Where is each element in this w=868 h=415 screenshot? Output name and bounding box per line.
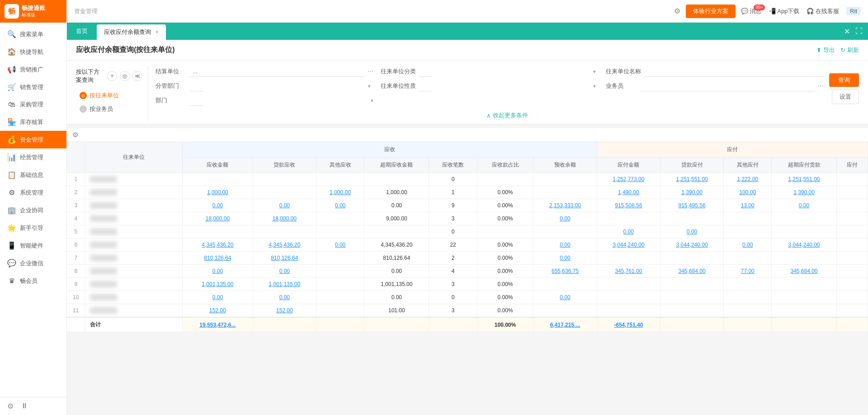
table-cell[interactable]: 152.00	[253, 304, 316, 318]
settlement-dots-icon[interactable]: ···	[368, 67, 373, 76]
table-cell[interactable]: 4,345,436.20	[253, 239, 316, 252]
filter-settings-icon[interactable]: ◎	[120, 71, 130, 81]
tab-close-icon[interactable]: ×	[156, 29, 159, 35]
table-cell[interactable]: 810,126.64	[183, 252, 253, 265]
table-cell[interactable]: 0.00	[253, 291, 316, 304]
sidebar-item-wechat[interactable]: 💬 企业微信	[0, 254, 66, 272]
table-cell[interactable]: 3,044,240.00	[597, 239, 660, 252]
table-cell[interactable]: 1,390.00	[660, 186, 723, 199]
table-cell[interactable]: 1,251,551.00	[660, 173, 723, 186]
table-cell[interactable]: 810,126.64	[253, 252, 316, 265]
table-gear-icon[interactable]: ⚙	[72, 131, 78, 139]
tab-home[interactable]: 首页	[67, 23, 97, 40]
table-cell[interactable]: 0.00	[533, 291, 597, 304]
table-cell[interactable]: 345,761.00	[597, 265, 660, 278]
sidebar-item-marketing[interactable]: 📢 营销推广	[0, 61, 66, 78]
table-cell[interactable]: 0.00	[183, 291, 253, 304]
topbar-gear-icon[interactable]: ⚙	[674, 7, 680, 15]
refresh-button[interactable]: ↻ 刷新	[840, 46, 859, 54]
export-button[interactable]: ⬆ 导出	[816, 46, 835, 54]
table-cell	[597, 304, 660, 318]
table-cell[interactable]: 18,000.00	[183, 212, 253, 225]
sidebar-item-operations[interactable]: 📊 经营管理	[0, 148, 66, 166]
table-cell[interactable]: 0.00	[724, 239, 772, 252]
table-cell[interactable]: 0.00	[772, 199, 836, 212]
sidebar-item-hardware[interactable]: 📱 智能硬件	[0, 237, 66, 254]
sidebar-item-search[interactable]: 🔍 搜索菜单	[0, 25, 66, 43]
table-cell[interactable]: 13.00	[724, 199, 772, 212]
collapse-button[interactable]: ∧ 收起更多条件	[156, 110, 859, 121]
table-cell[interactable]: 1,252,773.00	[597, 173, 660, 186]
table-cell[interactable]: 4,345,436.20	[183, 239, 253, 252]
user-name[interactable]: Rit	[846, 7, 861, 15]
table-cell[interactable]: 1,390.00	[772, 186, 836, 199]
add-filter-button[interactable]: +	[107, 71, 117, 81]
filter-option-by-partner[interactable]: ⊙ 按往来单位	[76, 89, 142, 102]
tab-receivable[interactable]: 应收应付余额查询 ×	[97, 24, 166, 40]
partner-nature-select[interactable]	[419, 81, 432, 91]
table-cell[interactable]: 3,044,240.00	[660, 239, 723, 252]
salesman-dots-icon[interactable]: ···	[818, 82, 824, 90]
table-cell[interactable]: 1,222.00	[724, 173, 772, 186]
setting-button[interactable]: 设置	[832, 90, 859, 104]
tabbar-close-icon[interactable]: ✕	[844, 27, 850, 36]
table-cell[interactable]: 0.00	[660, 225, 723, 239]
partner-category-select[interactable]	[419, 66, 432, 77]
table-cell[interactable]: 100.00	[724, 186, 772, 199]
sidebar-item-base[interactable]: 📋 基础信息	[0, 166, 66, 184]
sidebar-label-guide: 新手引导	[20, 224, 43, 232]
table-cell[interactable]: 3,044,240.00	[772, 239, 836, 252]
sidebar-item-inventory[interactable]: 🏪 库存核算	[0, 113, 66, 131]
table-cell[interactable]: 1,001,135.00	[183, 278, 253, 291]
table-cell[interactable]: 0.00	[183, 199, 253, 212]
table-cell[interactable]: 1,000.00	[183, 186, 253, 199]
table-cell[interactable]: 0.00	[533, 252, 597, 265]
sidebar-item-guide[interactable]: 🌟 新手引导	[0, 219, 66, 237]
table-cell[interactable]: 915,495.56	[660, 199, 723, 212]
table-cell[interactable]: 1,490.00	[597, 186, 660, 199]
sidebar-item-member[interactable]: ♛ 畅会员	[0, 272, 66, 290]
table-cell[interactable]: 1,001,135.00	[253, 278, 316, 291]
industry-solution-button[interactable]: 体验行业方案	[686, 5, 736, 18]
table-cell[interactable]: 0.00	[253, 265, 316, 278]
table-cell	[597, 291, 660, 304]
table-cell[interactable]: 0.00	[253, 199, 316, 212]
filter-option-by-salesman[interactable]: ○ 按业务员	[76, 102, 142, 116]
sidebar-item-sales[interactable]: 🛒 销售管理	[0, 78, 66, 96]
tabbar-expand-icon[interactable]: ⛶	[855, 27, 863, 35]
sidebar-item-fund[interactable]: 💰 资金管理	[0, 131, 66, 148]
table-cell[interactable]: 0.00	[533, 239, 597, 252]
table-cell[interactable]: 0.00	[597, 225, 660, 239]
table-cell[interactable]: 345,684.00	[660, 265, 723, 278]
partner-name-input[interactable]	[644, 66, 824, 77]
table-cell[interactable]: 1,251,551.00	[772, 173, 836, 186]
sidebar-item-system[interactable]: ⚙ 系统管理	[0, 184, 66, 201]
app-download[interactable]: 📲 App下载	[769, 7, 799, 15]
table-cell[interactable]: 77.00	[724, 265, 772, 278]
settlement-input[interactable]	[190, 66, 365, 77]
table-cell[interactable]: 2,153,333.00	[533, 199, 597, 212]
table-cell[interactable]: 345,684.00	[772, 265, 836, 278]
th-group-yingshou: 应收	[183, 142, 597, 157]
table-cell[interactable]: 0.00	[316, 239, 364, 252]
table-cell[interactable]: 1,000.00	[316, 186, 364, 199]
table-cell[interactable]: 152.00	[183, 304, 253, 318]
dept-select[interactable]	[190, 95, 203, 106]
table-cell[interactable]: 0.00	[183, 265, 253, 278]
table-cell[interactable]: 0.00	[316, 199, 364, 212]
query-button[interactable]: 查询	[829, 73, 859, 87]
messages-wrap[interactable]: 💬 消息 99+	[741, 7, 762, 15]
settings-bottom-icon[interactable]: ⚙	[7, 402, 14, 410]
salesman-input[interactable]	[640, 81, 815, 91]
online-service[interactable]: 🎧 在线客服	[807, 7, 839, 15]
sidebar-item-quick[interactable]: 🏠 快捷导航	[0, 43, 66, 61]
table-cell[interactable]: 655,636.75	[533, 265, 597, 278]
pause-bottom-icon[interactable]: ⏸	[21, 402, 28, 410]
table-cell[interactable]: 18,000.00	[253, 212, 316, 225]
sidebar-item-corp[interactable]: 🏢 企业协同	[0, 201, 66, 219]
filter-collapse-icon[interactable]: ≪	[132, 71, 142, 81]
dept-manager-select[interactable]	[190, 81, 203, 91]
table-cell[interactable]: 915,508.56	[597, 199, 660, 212]
sidebar-item-purchase[interactable]: 🛍 采购管理	[0, 96, 66, 113]
table-cell[interactable]: 0.00	[533, 212, 597, 225]
